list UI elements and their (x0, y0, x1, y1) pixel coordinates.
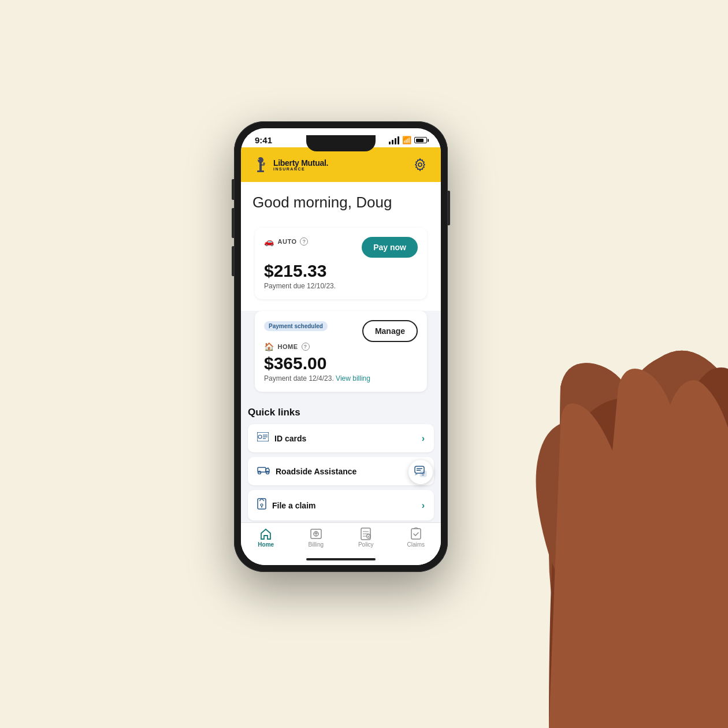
policy-nav-icon (359, 528, 372, 540)
auto-policy-card: 🚗 AUTO ? Pay now $215.33 Payment due 12/… (255, 228, 427, 299)
app-header: Liberty Mutual. INSURANCE (241, 147, 441, 182)
billing-nav-label: Billing (308, 541, 324, 548)
home-indicator (241, 554, 441, 565)
auto-due: Payment due 12/10/23. (264, 282, 418, 290)
manage-button[interactable]: Manage (362, 320, 418, 342)
nav-policy[interactable]: Policy (341, 528, 391, 548)
roadside-label: Roadside Assistance (276, 467, 356, 476)
svg-point-5 (263, 162, 265, 165)
claim-icon (257, 498, 266, 512)
gear-icon (413, 158, 427, 172)
logo-main-text: Liberty Mutual. (273, 159, 328, 167)
view-billing-link[interactable]: View billing (336, 374, 370, 382)
greeting-text: Good morning, Doug (241, 182, 441, 220)
roadside-assistance-link[interactable]: Roadside Assistance › (248, 457, 434, 485)
quick-links-title: Quick links (248, 407, 434, 418)
logo-area: Liberty Mutual. INSURANCE (252, 155, 328, 174)
svg-point-13 (258, 471, 261, 474)
id-cards-label: ID cards (274, 434, 306, 443)
auto-icon: 🚗 (264, 237, 274, 246)
claims-nav-label: Claims (407, 541, 425, 548)
policy-nav-label: Policy (358, 541, 374, 548)
chevron-right-icon: › (422, 433, 425, 444)
svg-rect-22 (420, 471, 426, 477)
nav-billing[interactable]: Billing (291, 528, 341, 548)
quick-links-section: Quick links (241, 398, 441, 522)
file-claim-label: File a claim (272, 501, 315, 510)
claims-nav-icon (410, 528, 422, 540)
home-nav-label: Home (258, 541, 274, 548)
logo-text: Liberty Mutual. INSURANCE (273, 159, 328, 171)
bottom-nav: Home Billing (241, 522, 441, 554)
auto-policy-type: 🚗 AUTO ? (264, 237, 308, 246)
chat-bubble-icon (414, 466, 427, 478)
nav-claims[interactable]: Claims (391, 528, 441, 548)
chevron-right-icon-3: › (422, 500, 425, 511)
auto-info-icon[interactable]: ? (300, 237, 308, 246)
svg-point-16 (261, 504, 263, 506)
svg-point-6 (418, 163, 422, 166)
home-due: Payment date 12/4/23. View billing (264, 374, 418, 382)
roadside-icon (257, 465, 270, 477)
chat-button[interactable] (408, 460, 433, 484)
file-claim-link[interactable]: File a claim › (248, 490, 434, 521)
home-nav-icon (259, 528, 272, 540)
status-time: 9:41 (255, 135, 272, 145)
status-icons: 📶 (389, 136, 427, 144)
home-policy-type: 🏠 HOME ? (264, 342, 418, 351)
payment-scheduled-badge: Payment scheduled (264, 321, 328, 331)
phone-notch (306, 135, 376, 151)
logo-sub-text: INSURANCE (273, 167, 328, 171)
greeting-section: Good morning, Doug (241, 182, 441, 224)
id-cards-link[interactable]: ID cards › (248, 424, 434, 452)
svg-point-8 (258, 435, 262, 439)
svg-point-14 (266, 471, 269, 474)
id-card-icon (257, 432, 269, 444)
svg-rect-2 (259, 162, 262, 170)
signal-icon (389, 136, 399, 144)
home-policy-card: Payment scheduled Manage 🏠 HOME ? $365.0… (255, 311, 427, 392)
svg-rect-3 (257, 170, 264, 172)
home-info-icon[interactable]: ? (302, 343, 310, 351)
wifi-icon: 📶 (402, 136, 411, 144)
billing-nav-icon (310, 528, 322, 540)
svg-point-1 (258, 157, 263, 163)
app-content: Good morning, Doug 🚗 AUTO ? Pay n (241, 182, 441, 565)
home-icon: 🏠 (264, 342, 274, 351)
battery-icon (414, 137, 427, 143)
liberty-statue-icon (252, 155, 269, 174)
auto-amount: $215.33 (264, 261, 418, 281)
nav-home[interactable]: Home (241, 528, 291, 548)
svg-rect-34 (411, 529, 421, 539)
settings-button[interactable] (411, 155, 429, 174)
pay-now-button[interactable]: Pay now (362, 237, 418, 258)
home-amount: $365.00 (264, 354, 418, 373)
